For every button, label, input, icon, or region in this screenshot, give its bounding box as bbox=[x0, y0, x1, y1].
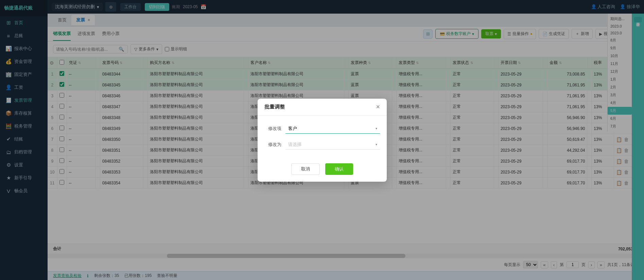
modify-to-select[interactable]: 请选择 ▾ bbox=[285, 140, 380, 150]
modify-item-value: 客户 bbox=[288, 126, 297, 132]
batch-adjust-modal: 批量调整 × 修改项 客户 ▾ 修改为 请选择 ▾ 取消 确认 bbox=[258, 99, 387, 182]
modal-footer: 取消 确认 bbox=[258, 158, 387, 182]
cancel-modal-btn[interactable]: 取消 bbox=[291, 163, 320, 175]
modal-title: 批量调整 bbox=[264, 104, 285, 110]
modal-overlay: 批量调整 × 修改项 客户 ▾ 修改为 请选择 ▾ 取消 确认 bbox=[0, 0, 644, 280]
modify-to-placeholder: 请选择 bbox=[288, 142, 301, 148]
modify-to-field: 修改为 请选择 ▾ bbox=[264, 140, 380, 150]
confirm-modal-btn[interactable]: 确认 bbox=[325, 163, 353, 175]
modify-to-label: 修改为 bbox=[264, 142, 281, 148]
modal-body: 修改项 客户 ▾ 修改为 请选择 ▾ bbox=[258, 116, 387, 158]
chevron-down-icon: ▾ bbox=[376, 127, 377, 130]
modal-header: 批量调整 × bbox=[258, 99, 387, 116]
modify-item-select[interactable]: 客户 ▾ bbox=[285, 124, 380, 134]
modify-item-field: 修改项 客户 ▾ bbox=[264, 124, 380, 134]
modify-item-label: 修改项 bbox=[264, 126, 281, 132]
chevron-down-icon: ▾ bbox=[376, 143, 377, 146]
modal-close-btn[interactable]: × bbox=[376, 103, 380, 111]
